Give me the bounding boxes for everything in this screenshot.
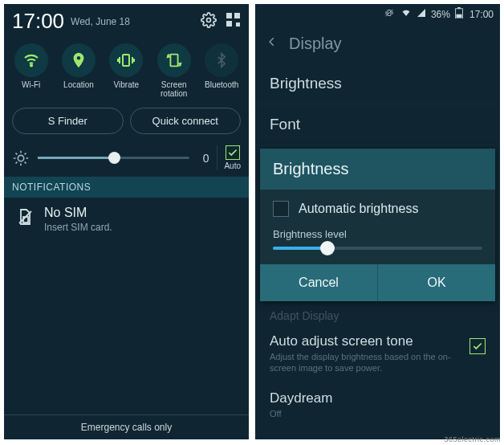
brightness-icon — [12, 149, 30, 167]
svg-point-5 — [30, 65, 32, 67]
watermark: 365electric.com — [444, 435, 501, 443]
svg-point-8 — [18, 155, 23, 161]
status-time: 17:00 — [12, 9, 64, 34]
brightness-slider[interactable] — [38, 157, 189, 159]
notification-panel: 17:00 Wed, June 18 Wi-Fi Location — [4, 4, 249, 439]
cancel-button[interactable]: Cancel — [260, 264, 378, 301]
qs-rotation-label: Screen rotation — [161, 80, 187, 98]
qs-wifi[interactable]: Wi-Fi — [14, 43, 48, 98]
page-title: Display — [289, 35, 342, 53]
settings-item-font[interactable]: Font — [255, 104, 500, 145]
auto-tone-subtitle: Adjust the display brightness based on t… — [270, 351, 469, 374]
status-time-right: 17:00 — [469, 9, 494, 20]
status-date: Wed, June 18 — [71, 16, 130, 27]
settings-item-adapt-display[interactable]: Adapt Display — [255, 301, 500, 325]
notifications-header: NOTIFICATIONS — [4, 177, 249, 198]
qs-vibrate[interactable]: Vibrate — [109, 43, 143, 98]
svg-point-0 — [207, 18, 211, 22]
sim-card-icon — [15, 207, 35, 227]
brightness-row: 0 Auto — [4, 139, 249, 177]
qs-wifi-label: Wi-Fi — [22, 80, 40, 89]
notification-title: No SIM — [44, 206, 112, 220]
emergency-footer: Emergency calls only — [4, 414, 249, 439]
status-bar: 17:00 Wed, June 18 — [4, 4, 249, 35]
qs-location-label: Location — [63, 80, 94, 89]
auto-brightness-checkbox[interactable] — [226, 145, 240, 160]
wifi-status-icon — [400, 8, 412, 20]
display-settings-screen: 36% 17:00 Display Brightness Font Bright… — [255, 4, 500, 439]
battery-status-icon — [455, 7, 463, 21]
auto-brightness-label: Auto — [224, 161, 241, 170]
settings-item-auto-tone[interactable]: Auto adjust screen tone Adjust the displ… — [255, 325, 500, 382]
qs-bluetooth-label: Bluetooth — [205, 80, 238, 89]
daydream-title: Daydream — [270, 390, 486, 406]
status-bar-right: 36% 17:00 — [255, 4, 500, 24]
auto-tone-title: Auto adjust screen tone — [270, 333, 469, 349]
settings-gear-icon[interactable] — [201, 12, 217, 31]
settings-item-brightness[interactable]: Brightness — [255, 63, 500, 104]
notification-item[interactable]: No SIM Insert SIM card. — [4, 198, 249, 241]
svg-rect-2 — [234, 13, 240, 18]
notification-subtitle: Insert SIM card. — [44, 222, 112, 233]
dialog-title: Brightness — [260, 149, 495, 190]
quickconnect-button[interactable]: Quick connect — [130, 108, 242, 134]
back-chevron-icon[interactable] — [266, 34, 278, 54]
settings-item-daydream[interactable]: Daydream Off — [255, 382, 500, 427]
qs-vibrate-label: Vibrate — [114, 80, 140, 89]
automatic-brightness-checkbox[interactable] — [273, 201, 289, 217]
qs-location[interactable]: Location — [62, 43, 96, 98]
svg-rect-4 — [236, 22, 240, 27]
sfinder-button[interactable]: S Finder — [12, 108, 124, 134]
qs-bluetooth[interactable]: Bluetooth — [205, 43, 238, 98]
grid-icon[interactable] — [226, 13, 241, 31]
svg-line-12 — [385, 10, 392, 16]
svg-rect-14 — [457, 7, 461, 9]
quick-settings-row: Wi-Fi Location Vibrate Screen rotation B… — [4, 35, 249, 103]
signal-status-icon — [417, 8, 426, 20]
qs-rotation[interactable]: Screen rotation — [157, 43, 191, 98]
brightness-dialog: Brightness Automatic brightness Brightne… — [260, 149, 495, 301]
brightness-level-slider[interactable] — [273, 247, 482, 250]
automatic-brightness-label: Automatic brightness — [299, 202, 418, 216]
auto-tone-checkbox[interactable] — [469, 338, 486, 354]
brightness-value: 0 — [197, 152, 209, 165]
battery-percentage: 36% — [431, 9, 450, 20]
vibrate-status-icon — [383, 8, 396, 20]
ok-button[interactable]: OK — [378, 264, 495, 301]
brightness-level-label: Brightness level — [273, 228, 482, 240]
svg-rect-15 — [456, 14, 461, 18]
daydream-subtitle: Off — [270, 408, 486, 419]
svg-rect-6 — [123, 55, 129, 66]
svg-rect-3 — [226, 21, 232, 27]
svg-rect-7 — [170, 55, 177, 67]
app-header: Display — [255, 24, 500, 63]
svg-rect-1 — [226, 13, 232, 18]
